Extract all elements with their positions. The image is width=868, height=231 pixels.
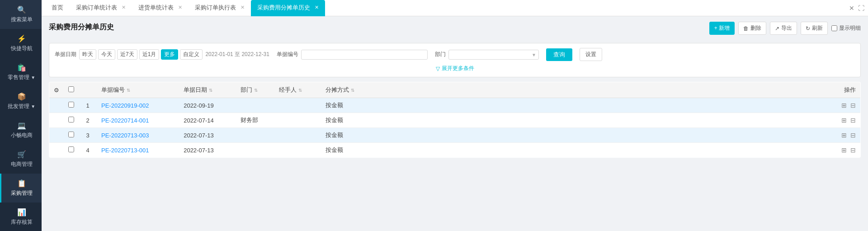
add-button[interactable]: + 新增 [709,22,735,35]
th-num [79,82,97,98]
row-checkbox[interactable] [64,143,79,158]
sidebar-item-quick-nav[interactable]: ⚡ 快捷导航 [0,29,42,58]
row-edit-icon[interactable]: ⊞ [841,102,847,109]
docno-label: 单据编号 [277,51,298,58]
select-all-checkbox[interactable] [68,86,74,92]
sort-handler-icon[interactable]: ⇅ [298,88,302,93]
row-more-icon[interactable]: ⊟ [850,146,856,154]
row-settings[interactable] [49,98,64,113]
query-button[interactable]: 查询 [546,48,572,61]
row-handler [274,143,321,158]
show-detail-checkbox[interactable]: 显示明细 [831,24,861,32]
sidebar: 🔍 搜索菜单 ⚡ 快捷导航 🛍️ 零售管理 ▼ 📦 批发管理 ▼ 💻 小畅电商 … [0,0,42,231]
tab-purchase-execute[interactable]: 采购订单执行表 ✕ [189,0,251,16]
search-icon: 🔍 [4,5,39,14]
table-row: 1 PE-20220919-002 2022-09-19 按金额 ⊞ ⊟ [49,98,861,113]
row-edit-icon[interactable]: ⊞ [841,117,847,124]
th-docno: 单据编号 ⇅ [97,82,179,98]
sort-split-icon[interactable]: ⇅ [351,88,354,93]
row-handler [274,98,321,113]
row-date: 2022-07-13 [179,143,236,158]
delete-icon: 🗑 [743,25,749,32]
tab-purchase-order-stats[interactable]: 采购订单统计表 ✕ [70,0,132,16]
inventory-icon: 📊 [4,208,39,217]
show-detail-input[interactable] [831,25,837,31]
date-btn-more[interactable]: 更多 [161,49,178,60]
tab-purchase-cost-history[interactable]: 采购费用分摊单历史 ✕ [251,0,325,16]
row-checkbox[interactable] [64,113,79,128]
filter-date-buttons: 昨天 今天 近7天 近1月 更多 自定义 [79,49,203,60]
tab-close-purchase-order-stats[interactable]: ✕ [122,5,126,10]
row-dept [236,98,275,113]
date-btn-yesterday[interactable]: 昨天 [79,49,96,60]
tab-close-purchase-execute[interactable]: ✕ [241,5,245,10]
row-docno: PE-20220713-001 [97,143,179,158]
docno-link[interactable]: PE-20220919-002 [101,102,149,109]
filter-row: 单据日期 昨天 今天 近7天 近1月 更多 自定义 2022-01-01 至 2… [55,48,855,61]
data-table: ⚙ 单据编号 ⇅ 单据日期 ⇅ [49,82,861,158]
tab-home[interactable]: 首页 [45,0,70,16]
expand-more-btn[interactable]: ▽ 展开更多条件 [55,65,855,72]
docno-input[interactable] [301,50,428,60]
maximize-icon[interactable]: ⛶ [858,5,864,12]
row-edit-icon[interactable]: ⊞ [841,132,847,139]
table-header-row: ⚙ 单据编号 ⇅ 单据日期 ⇅ [49,82,861,98]
sort-dept-icon[interactable]: ⇅ [254,88,258,93]
row-handler [274,113,321,128]
quick-nav-icon: ⚡ [4,34,39,43]
docno-link[interactable]: PE-20220714-001 [101,117,149,124]
filter-bar: 单据日期 昨天 今天 近7天 近1月 更多 自定义 2022-01-01 至 2… [49,43,861,77]
row-settings[interactable] [49,113,64,128]
sidebar-item-wholesale[interactable]: 📦 批发管理 ▼ [0,87,42,116]
dept-select-wrapper: ▼ [448,50,539,60]
row-split-method: 按金额 [321,128,808,143]
th-handler: 经手人 ⇅ [274,82,321,98]
row-docno: PE-20220919-002 [97,98,179,113]
sidebar-item-ecommerce-small[interactable]: 💻 小畅电商 [0,116,42,145]
filter-date: 单据日期 昨天 今天 近7天 近1月 更多 自定义 2022-01-01 至 2… [55,49,269,60]
date-btn-custom[interactable]: 自定义 [180,49,203,60]
th-settings[interactable]: ⚙ [49,82,64,98]
row-settings[interactable] [49,128,64,143]
th-date: 单据日期 ⇅ [179,82,236,98]
dept-select[interactable] [448,50,539,60]
row-num: 2 [79,113,97,128]
sort-date-icon[interactable]: ⇅ [209,88,212,93]
date-btn-1month[interactable]: 近1月 [139,49,160,60]
sidebar-item-purchase[interactable]: 📋 采购管理 [0,174,42,203]
date-btn-today[interactable]: 今天 [98,49,115,60]
th-action: 操作 [808,82,860,98]
row-settings[interactable] [49,143,64,158]
tab-close-purchase-cost-history[interactable]: ✕ [315,5,319,10]
row-docno: PE-20220713-003 [97,128,179,143]
row-split-method: 按金额 [321,98,808,113]
sort-docno-icon[interactable]: ⇅ [127,88,130,93]
row-more-icon[interactable]: ⊟ [850,102,856,109]
tab-close-inbound-stats[interactable]: ✕ [178,5,182,10]
sidebar-item-search[interactable]: 🔍 搜索菜单 [0,0,42,29]
th-dept: 部门 ⇅ [236,82,275,98]
sidebar-item-inventory[interactable]: 📊 库存核算 [0,203,42,231]
row-dept [236,128,275,143]
delete-button[interactable]: 🗑 删除 [738,22,766,35]
export-button[interactable]: ↗ 导出 [770,22,797,35]
page-title: 采购费用分摊单历史 [49,23,114,32]
row-more-icon[interactable]: ⊟ [850,132,856,139]
row-actions: ⊞ ⊟ [808,128,860,143]
docno-link[interactable]: PE-20220713-001 [101,147,149,154]
date-btn-7days[interactable]: 近7天 [117,49,137,60]
row-checkbox[interactable] [64,128,79,143]
refresh-button[interactable]: ↻ 刷新 [801,22,828,35]
tab-inbound-stats[interactable]: 进货单统计表 ✕ [132,0,189,16]
table-row: 2 PE-20220714-001 2022-07-14 财务部 按金额 ⊞ ⊟ [49,113,861,128]
docno-link[interactable]: PE-20220713-003 [101,132,149,139]
close-all-tabs-icon[interactable]: ✕ [849,5,854,12]
row-num: 1 [79,98,97,113]
retail-icon: 🛍️ [4,63,39,72]
row-edit-icon[interactable]: ⊞ [841,146,847,154]
filter-settings-button[interactable]: 设置 [580,48,602,61]
sidebar-item-ecommerce[interactable]: 🛒 电商管理 [0,145,42,174]
sidebar-item-retail[interactable]: 🛍️ 零售管理 ▼ [0,58,42,87]
row-more-icon[interactable]: ⊟ [850,117,856,124]
row-checkbox[interactable] [64,98,79,113]
